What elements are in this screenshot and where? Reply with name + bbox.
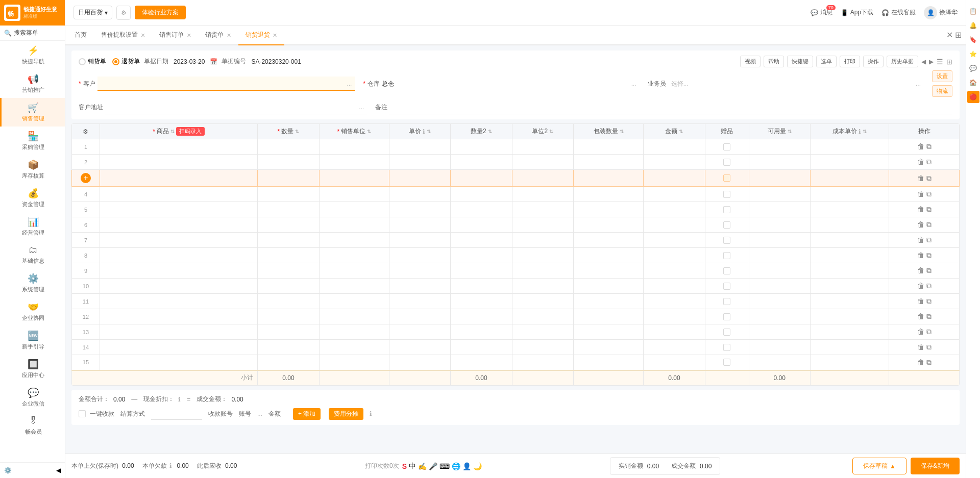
delete-row-6-btn[interactable]: 🗑 [917, 220, 924, 229]
form-settings-btn[interactable]: 设置 [932, 70, 952, 82]
tab-close-all-icon[interactable]: ✕ [946, 30, 953, 40]
tab-order-close[interactable]: × [187, 31, 191, 39]
delete-row-10-btn[interactable]: 🗑 [917, 282, 924, 290]
costprice-info-icon[interactable]: ℹ [859, 128, 861, 135]
amount-sort-icon[interactable]: ⇅ [679, 129, 683, 134]
delete-row-13-btn[interactable]: 🗑 [917, 328, 924, 336]
trial-btn[interactable]: 体验行业方案 [135, 6, 186, 19]
salesperson-input[interactable]: 选择... ... [668, 77, 924, 91]
sidebar-item-finance[interactable]: 💰 资金管理 [0, 184, 65, 212]
gift-checkbox-15[interactable] [723, 359, 730, 366]
fee-split-btn[interactable]: 费用分摊 [329, 408, 363, 420]
add-row-btn[interactable]: + [81, 173, 91, 183]
scan-input-btn[interactable]: 扫码录入 [176, 127, 205, 136]
delete-row-1-btn[interactable]: 🗑 [917, 142, 924, 151]
row-3-unit[interactable] [319, 170, 389, 187]
bottom-icon-4[interactable]: ⌨ [439, 462, 450, 470]
tab-sales-return[interactable]: 销货退货 × [238, 26, 284, 45]
price-info-icon[interactable]: ℹ [423, 128, 425, 135]
row-1-price[interactable] [389, 139, 451, 155]
s-icon[interactable]: S [402, 462, 407, 470]
help-icon[interactable]: ℹ [178, 396, 181, 403]
available-sort-icon[interactable]: ⇅ [788, 129, 792, 134]
sidebar-item-member[interactable]: 🎖 畅会员 [0, 412, 65, 440]
costprice-sort-icon[interactable]: ⇅ [863, 129, 867, 134]
unit2-sort-icon[interactable]: ⇅ [549, 129, 553, 134]
row-2-unit2[interactable] [512, 155, 573, 170]
right-sidebar-btn-2[interactable]: 🔔 [967, 19, 979, 32]
row-1-qty[interactable] [258, 139, 319, 155]
row-2-gift[interactable] [705, 155, 749, 170]
gift-checkbox-12[interactable] [723, 313, 730, 320]
row-1-unit[interactable] [319, 139, 389, 155]
copy-row-11-btn[interactable]: ⧉ [926, 297, 932, 306]
note-input[interactable] [389, 100, 952, 114]
delete-row-4-btn[interactable]: 🗑 [917, 190, 924, 198]
bottom-icon-2[interactable]: ✍ [418, 462, 427, 470]
tab-sales-delivery[interactable]: 销货单 × [198, 26, 238, 45]
radio-return[interactable]: 退货单 [112, 57, 140, 66]
tab-sales-order[interactable]: 销售订单 × [152, 26, 198, 45]
copy-row-4-btn[interactable]: ⧉ [926, 190, 932, 198]
delete-row-7-btn[interactable]: 🗑 [917, 236, 924, 244]
fee-help-icon[interactable]: ℹ [370, 410, 372, 417]
copy-row-8-btn[interactable]: ⧉ [926, 251, 932, 260]
address-input[interactable]: ... [105, 100, 367, 114]
shortcuts-btn[interactable]: 快捷键 [787, 56, 813, 67]
tab-menu-icon[interactable]: ⊞ [955, 30, 962, 40]
gift-checkbox-11[interactable] [723, 298, 730, 305]
row-3-amount[interactable] [644, 170, 705, 187]
row-3-price[interactable] [389, 170, 451, 187]
copy-row-10-btn[interactable]: ⧉ [926, 282, 932, 290]
gift-checkbox-13[interactable] [723, 329, 730, 336]
row-3-qty[interactable] [258, 170, 319, 187]
row-1-pkgqty[interactable] [573, 139, 643, 155]
right-sidebar-btn-4[interactable]: ⭐ [967, 48, 979, 60]
gift-checkbox-5[interactable] [723, 206, 730, 213]
settings-icon[interactable]: ⚙️ [4, 467, 12, 474]
row-1-unit2[interactable] [512, 139, 573, 155]
row-1-amount[interactable] [644, 139, 705, 155]
copy-row-12-btn[interactable]: ⧉ [926, 312, 932, 321]
sidebar-search[interactable]: 🔍 搜索菜单 [0, 26, 65, 41]
delete-row-9-btn[interactable]: 🗑 [917, 266, 924, 275]
row-2-costprice[interactable] [810, 155, 889, 170]
row-2-unit[interactable] [319, 155, 389, 170]
bottom-icon-5[interactable]: 🌐 [452, 462, 460, 470]
row-2-price[interactable] [389, 155, 451, 170]
one-key-collect-checkbox[interactable] [79, 410, 86, 417]
copy-row-13-btn[interactable]: ⧉ [926, 328, 932, 336]
right-sidebar-btn-7[interactable]: 🔴 [967, 91, 979, 103]
bottom-icon-7[interactable]: 🌙 [473, 462, 482, 470]
save-draft-btn[interactable]: 保存草稿 ▲ [852, 458, 906, 474]
gift-checkbox-10[interactable] [723, 283, 730, 290]
delete-row-15-btn[interactable]: 🗑 [917, 358, 924, 367]
sidebar-item-system[interactable]: ⚙️ 系统管理 [0, 269, 65, 297]
qty2-sort-icon[interactable]: ⇅ [488, 129, 492, 134]
app-download-btn[interactable]: 📱 App下载 [841, 8, 873, 17]
row-3-unit2[interactable] [512, 170, 573, 187]
unit-sort-icon[interactable]: ⇅ [367, 129, 371, 134]
grid-view-icon[interactable]: ⊞ [946, 58, 952, 66]
row-3-pkgqty[interactable] [573, 170, 643, 187]
sidebar-item-purchase[interactable]: 🏪 采购管理 [0, 127, 65, 155]
row-3-gift[interactable] [705, 170, 749, 187]
gift-checkbox-9[interactable] [723, 267, 730, 274]
row-1-gift[interactable] [705, 139, 749, 155]
tab-return-close[interactable]: × [273, 31, 277, 39]
add-payment-btn[interactable]: + 添加 [293, 408, 321, 420]
row-1-costprice[interactable] [810, 139, 889, 155]
save-new-btn[interactable]: 保存&新增 [911, 458, 960, 474]
row-2-amount[interactable] [644, 155, 705, 170]
right-sidebar-btn-5[interactable]: 💬 [967, 62, 979, 74]
sidebar-item-wechat[interactable]: 💬 企业微信 [0, 383, 65, 412]
row-1-qty2[interactable] [451, 139, 512, 155]
copy-row-3-btn[interactable]: ⧉ [926, 174, 932, 183]
collapse-icon[interactable]: ◀ [56, 467, 61, 474]
sidebar-item-guide[interactable]: 🆕 新手引导 [0, 326, 65, 355]
copy-row-15-btn[interactable]: ⧉ [926, 358, 932, 367]
pkgqty-sort-icon[interactable]: ⇅ [620, 129, 624, 134]
sidebar-item-inventory[interactable]: 📦 库存核算 [0, 155, 65, 184]
row-2-pkgqty[interactable] [573, 155, 643, 170]
gift-checkbox-6[interactable] [723, 221, 730, 229]
